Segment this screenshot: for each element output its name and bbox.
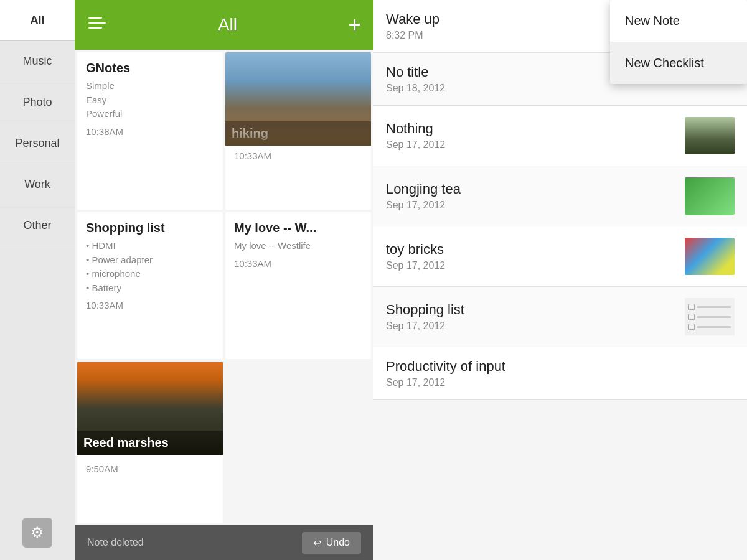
note-list-date-productivity: Sep 17, 2012 bbox=[386, 377, 735, 388]
note-list-date-toybricks: Sep 17, 2012 bbox=[386, 260, 679, 271]
note-card-shopping[interactable]: Shopping list • HDMI• Power adapter• mic… bbox=[77, 212, 223, 359]
note-time-gnotes: 10:38AM bbox=[86, 126, 214, 137]
note-list-title-longjing: Longjing tea bbox=[386, 181, 679, 197]
note-list-item-productivity[interactable]: Productivity of input Sep 17, 2012 bbox=[374, 347, 747, 400]
sidebar-item-other[interactable]: Other bbox=[0, 205, 75, 246]
hiking-image: hiking bbox=[225, 52, 371, 146]
note-subtitle-mylove: My love -- Westlife bbox=[234, 239, 362, 253]
gear-icon: ⚙ bbox=[31, 524, 44, 541]
undo-button[interactable]: ↩ Undo bbox=[302, 532, 361, 554]
reed-overlay: Reed marshes bbox=[77, 431, 223, 455]
header-title: All bbox=[218, 15, 237, 35]
sidebar-item-all[interactable]: All bbox=[0, 0, 75, 41]
sidebar: All Music Photo Personal Work Other ⚙ bbox=[0, 0, 75, 560]
note-list-date-notitle: Sep 18, 2012 bbox=[386, 83, 735, 94]
notes-grid: GNotes SimpleEasyPowerful 10:38AM hiking… bbox=[75, 50, 374, 525]
add-button[interactable]: + bbox=[348, 12, 361, 38]
svg-rect-0 bbox=[88, 17, 102, 19]
undo-label: Undo bbox=[326, 537, 350, 548]
dropdown-new-checklist[interactable]: New Checklist bbox=[610, 42, 747, 84]
settings-button[interactable]: ⚙ bbox=[22, 518, 52, 548]
sidebar-item-work[interactable]: Work bbox=[0, 164, 75, 205]
note-title-shopping: Shopping list bbox=[86, 221, 214, 235]
sidebar-item-music[interactable]: Music bbox=[0, 41, 75, 82]
note-list-title-productivity: Productivity of input bbox=[386, 358, 735, 375]
sidebar-item-personal[interactable]: Personal bbox=[0, 123, 75, 164]
bottom-bar: Note deleted ↩ Undo bbox=[75, 525, 374, 560]
note-list-item-nothing[interactable]: Nothing Sep 17, 2012 bbox=[374, 106, 747, 166]
note-list-date-nothing: Sep 17, 2012 bbox=[386, 139, 679, 151]
note-list-info-nothing: Nothing Sep 17, 2012 bbox=[386, 121, 679, 151]
note-time-hiking: 10:33AM bbox=[225, 146, 371, 161]
note-list-info-shoppinglist2: Shopping list Sep 17, 2012 bbox=[386, 302, 679, 332]
note-list-date-longjing: Sep 17, 2012 bbox=[386, 200, 679, 211]
back-icon[interactable] bbox=[87, 13, 107, 37]
note-list-panel: Wake up 8:32 PM No title Sep 18, 2012 No… bbox=[374, 0, 747, 560]
notes-header: All + bbox=[75, 0, 374, 50]
note-list-title-toybricks: toy bricks bbox=[386, 241, 679, 258]
notes-grid-panel: All + GNotes SimpleEasyPowerful 10:38AM … bbox=[75, 0, 374, 560]
note-subtitle-gnotes: SimpleEasyPowerful bbox=[86, 79, 214, 121]
note-time-mylove: 10:33AM bbox=[234, 258, 362, 269]
note-list-item-longjing[interactable]: Longjing tea Sep 17, 2012 bbox=[374, 166, 747, 226]
svg-rect-2 bbox=[88, 27, 102, 29]
note-list-title-shoppinglist2: Shopping list bbox=[386, 302, 679, 318]
note-list-info-toybricks: toy bricks Sep 17, 2012 bbox=[386, 241, 679, 271]
note-list-date-shoppinglist2: Sep 17, 2012 bbox=[386, 320, 679, 332]
svg-rect-1 bbox=[88, 22, 106, 24]
note-card-mylove[interactable]: My love -- W... My love -- Westlife 10:3… bbox=[225, 212, 371, 359]
note-list-info-longjing: Longjing tea Sep 17, 2012 bbox=[386, 181, 679, 211]
deleted-text: Note deleted bbox=[87, 537, 144, 548]
note-list-info-productivity: Productivity of input Sep 17, 2012 bbox=[386, 358, 735, 388]
thumb-toybricks bbox=[685, 238, 735, 275]
thumb-nothing bbox=[685, 117, 735, 154]
note-list-title-nothing: Nothing bbox=[386, 121, 679, 137]
note-subtitle-shopping: • HDMI• Power adapter• microphone• Batte… bbox=[86, 239, 214, 295]
thumb-longjing bbox=[685, 177, 735, 215]
note-card-hiking[interactable]: hiking 10:33AM bbox=[225, 52, 371, 210]
dropdown-new-note[interactable]: New Note bbox=[610, 0, 747, 42]
reed-image: Reed marshes bbox=[77, 362, 223, 455]
note-time-reed: 9:50AM bbox=[77, 459, 223, 474]
note-title-mylove: My love -- W... bbox=[234, 221, 362, 235]
note-title-gnotes: GNotes bbox=[86, 61, 214, 75]
thumb-shoppinglist2 bbox=[685, 298, 735, 335]
undo-icon: ↩ bbox=[313, 537, 321, 549]
note-list-item-shoppinglist2[interactable]: Shopping list Sep 17, 2012 bbox=[374, 287, 747, 347]
note-time-shopping: 10:33AM bbox=[86, 300, 214, 310]
note-list-item-toybricks[interactable]: toy bricks Sep 17, 2012 bbox=[374, 226, 747, 287]
note-card-gnotes[interactable]: GNotes SimpleEasyPowerful 10:38AM bbox=[77, 52, 223, 210]
dropdown-menu: New Note New Checklist bbox=[610, 0, 747, 84]
hiking-overlay: hiking bbox=[225, 121, 371, 146]
sidebar-item-photo[interactable]: Photo bbox=[0, 82, 75, 123]
note-card-reed[interactable]: Reed marshes 9:50AM bbox=[77, 362, 223, 523]
